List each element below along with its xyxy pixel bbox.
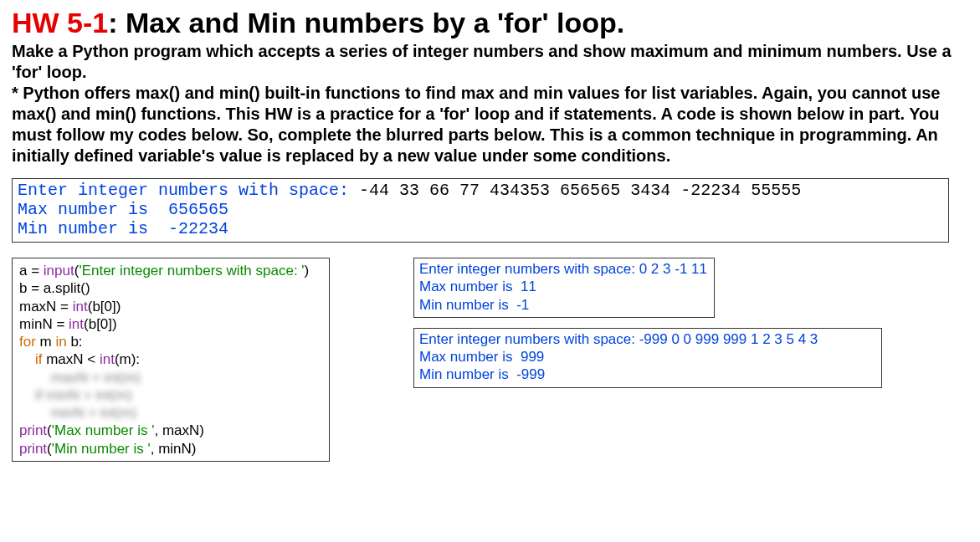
hw-label: HW 5-1 <box>12 7 108 38</box>
code-line-3: maxN = int(b[0]) <box>19 298 322 315</box>
page-title: HW 5-1: Max and Min numbers by a 'for' l… <box>12 7 968 39</box>
out2-line1: Enter integer numbers with space: -999 0… <box>419 331 818 347</box>
output-example-2: Enter integer numbers with space: -999 0… <box>413 328 882 388</box>
code-line-6: if maxN < int(m): <box>19 350 322 368</box>
terminal-prompt: Enter integer numbers with space: <box>18 181 359 200</box>
code-line-11: print('Min number is ', minN) <box>19 440 322 458</box>
code-line-4: minN = int(b[0]) <box>19 315 322 333</box>
out1-line1: Enter integer numbers with space: 0 2 3 … <box>419 261 707 277</box>
out1-line2: Max number is 11 <box>419 279 536 294</box>
out2-line2: Max number is 999 <box>419 349 544 365</box>
code-line-blurred-3: minN = int(m) <box>19 404 322 422</box>
code-line-5: for m in b: <box>19 333 322 350</box>
out2-line3: Min number is -999 <box>419 366 545 382</box>
output-examples-column: Enter integer numbers with space: 0 2 3 … <box>413 258 882 388</box>
terminal-output-max: Max number is 656565 <box>18 200 228 219</box>
title-subject: Max and Min numbers by a 'for' loop. <box>126 7 624 38</box>
code-sample-box: a = input('Enter integer numbers with sp… <box>12 258 330 462</box>
output-example-1: Enter integer numbers with space: 0 2 3 … <box>413 258 715 318</box>
code-line-blurred-1: maxN = int(m) <box>19 369 322 386</box>
example-terminal-wide: Enter integer numbers with space: -44 33… <box>12 178 949 243</box>
homework-slide: HW 5-1: Max and Min numbers by a 'for' l… <box>0 0 980 542</box>
terminal-user-input: -44 33 66 77 434353 656565 3434 -22234 5… <box>359 181 801 200</box>
title-separator: : <box>108 7 126 38</box>
description-text: Make a Python program which accepts a se… <box>12 41 968 166</box>
code-line-1: a = input('Enter integer numbers with sp… <box>19 262 322 279</box>
out1-line3: Min number is -1 <box>419 297 529 313</box>
content-row: a = input('Enter integer numbers with sp… <box>12 258 968 462</box>
code-line-2: b = a.split() <box>19 279 322 297</box>
code-line-10: print('Max number is ', maxN) <box>19 422 322 439</box>
terminal-output-min: Min number is -22234 <box>18 219 228 238</box>
code-line-blurred-2: if minN > int(m) <box>19 386 322 404</box>
